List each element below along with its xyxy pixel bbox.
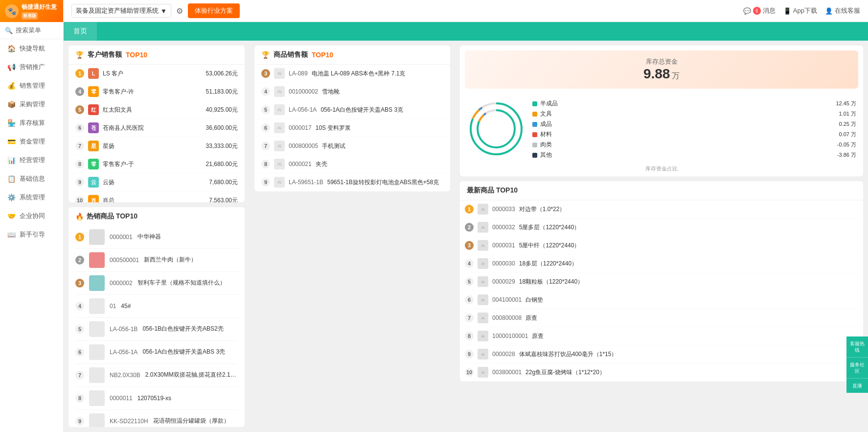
product-name: 雪地靴 xyxy=(322,88,443,96)
new-product-row: 4 Ai 0000030 18多层（1220*2440） xyxy=(460,255,863,273)
product-code: 000800008 xyxy=(492,314,522,321)
customer-amount: 7,680.00元 xyxy=(209,178,238,187)
sidebar-item-kuaijie[interactable]: 🏠 快捷导航 xyxy=(0,39,63,58)
product-image: Ai xyxy=(274,68,285,79)
legend-name: 成品 xyxy=(540,120,836,128)
middle-column: 🏆 商品销售额 TOP10 3 Ai LA-089 电池盖 LA-089 ABS… xyxy=(250,41,455,432)
avatar: 云 xyxy=(88,177,99,188)
system-selector[interactable]: 装备及固定资产辅助管理系统 ▼ xyxy=(71,4,171,18)
hot-product-row: 8 0000011 12070519-xs xyxy=(75,387,238,410)
tab-home[interactable]: 首页 xyxy=(64,22,97,41)
rank-number: 8 xyxy=(261,160,270,168)
rank-number: 10 xyxy=(75,196,84,202)
online-service-item[interactable]: 👤 在线客服 xyxy=(825,6,860,15)
new-products-title: 最新商品 TOP10 xyxy=(467,186,518,195)
rank-number: 5 xyxy=(261,105,270,114)
avatar: 红 xyxy=(88,104,99,115)
nav-icon-base: 📋 xyxy=(7,175,16,183)
sidebar-item-jingying[interactable]: 📊 经营管理 xyxy=(0,151,63,169)
product-rank-row: 3 Ai LA-089 电池盖 LA-089 ABS本色+黑种 7.1克 xyxy=(254,65,450,83)
float-btn-live[interactable]: 直播 xyxy=(846,379,868,393)
main-area: 装备及固定资产辅助管理系统 ▼ ⚙ 体验行业方案 💬 6 消息 📱 App下载 … xyxy=(64,0,868,432)
nav-tabs: 首页 xyxy=(64,22,868,41)
product-code: 0000002 xyxy=(110,280,133,287)
nav-icon-guide: 📖 xyxy=(7,231,16,239)
mobile-icon: 📱 xyxy=(783,7,791,15)
rank-number: 5 xyxy=(75,325,84,334)
hot-product-row: 1 0000001 中华神器 xyxy=(75,226,238,249)
new-product-row: 10 Ai 003800001 22g鱼豆腐-烧烤味（1*12*20） xyxy=(460,363,863,382)
inventory-chart-label: 库存资金占比 xyxy=(460,165,863,176)
hot-product-row: 6 LA-056-1A 056-1A白色按键开关盖ABS 3壳 xyxy=(75,341,238,364)
nav-icon-inventory: 🏪 xyxy=(7,119,16,127)
hot-products-section: 🔥 热销商品 TOP10 1 0000001 中华神器 2 000500001 … xyxy=(69,207,245,427)
rank-number: 6 xyxy=(75,123,84,132)
product-rank-row: 6 Ai 0000017 10S 变料罗浆 xyxy=(254,119,450,137)
sidebar-item-label: 快捷导航 xyxy=(20,44,45,53)
sidebar-item-qiye[interactable]: 🤝 企业协同 xyxy=(0,207,63,225)
sidebar-item-yingxiao[interactable]: 📢 营销推广 xyxy=(0,58,63,76)
avatar: 星 xyxy=(88,141,99,151)
product-code: 001000002 xyxy=(289,88,318,95)
float-btn-service[interactable]: 客服热线 xyxy=(846,336,868,358)
customer-name: 零售客户-许 xyxy=(103,88,202,96)
notification-item[interactable]: 💬 6 消息 xyxy=(743,6,776,15)
legend-value: -3.86 万 xyxy=(837,151,856,159)
inventory-label: 库存总资金 xyxy=(646,58,678,65)
customer-amount: 51,183.00元 xyxy=(206,88,238,96)
customer-amount: 33,333.00元 xyxy=(206,142,238,150)
product-name: 电池盖 LA-089 ABS本色+黑种 7.1克 xyxy=(312,70,443,78)
settings-icon[interactable]: ⚙ xyxy=(176,6,183,16)
rank-number: 5 xyxy=(465,277,474,286)
new-product-row: 1 Ai 0000033 对边带（1.0*22） xyxy=(460,200,863,218)
nav-icon-finance: 💳 xyxy=(7,138,16,145)
legend-name: 文具 xyxy=(540,110,836,118)
product-image: Ai xyxy=(478,331,488,341)
product-name: 056-1B白色按键开关壳ABS2壳 xyxy=(142,325,238,333)
sidebar-item-kucun[interactable]: 🏪 库存核算 xyxy=(0,114,63,132)
logo-icon: 🐾 xyxy=(5,4,19,18)
sidebar-item-label: 库存核算 xyxy=(20,119,45,127)
new-product-row: 6 Ai 004100001 白钢垫 xyxy=(460,291,863,309)
sidebar-item-xitong[interactable]: ⚙️ 系统管理 xyxy=(0,188,63,207)
product-name: 中华神器 xyxy=(137,233,238,241)
float-btn-community[interactable]: 服务社区 xyxy=(846,358,868,379)
product-image xyxy=(89,390,105,406)
product-name: 体斌嘉枝味苏打饮品400毫升（1*15） xyxy=(519,350,858,359)
customer-name: 云扬 xyxy=(103,178,205,187)
customer-name: LS 客户 xyxy=(103,70,202,78)
sidebar-item-jichuxinxi[interactable]: 📋 基础信息 xyxy=(0,169,63,188)
app-download-item[interactable]: 📱 App下载 xyxy=(783,6,817,15)
legend-dot xyxy=(532,112,537,117)
rank-number: 7 xyxy=(465,313,474,322)
app-download-label: App下载 xyxy=(793,6,817,15)
product-image: Ai xyxy=(478,276,488,287)
sidebar-item-label: 系统管理 xyxy=(20,193,45,202)
sidebar-item-xiaoshou[interactable]: 💰 销售管理 xyxy=(0,76,63,95)
avatar: L xyxy=(88,68,99,79)
product-code: 0000028 xyxy=(492,351,515,358)
product-rank-title: 商品销售额 xyxy=(274,50,308,59)
customer-rank-header: 🏆 客户销售额 TOP10 xyxy=(69,46,245,65)
legend-name: 其他 xyxy=(540,151,834,159)
new-product-row: 2 Ai 0000032 5厘多层（1220*2440） xyxy=(460,218,863,237)
legend-dot xyxy=(532,143,537,147)
product-name: 手机测试 xyxy=(322,142,443,150)
rank-number: 9 xyxy=(75,417,84,426)
trial-button[interactable]: 体验行业方案 xyxy=(188,3,240,18)
sidebar-item-xinshou[interactable]: 📖 新手引导 xyxy=(0,225,63,244)
sidebar-item-caigou[interactable]: 📦 采购管理 xyxy=(0,95,63,114)
sidebar-item-label: 经营管理 xyxy=(20,156,45,165)
new-products-card: 最新商品 TOP10 1 Ai 0000033 对边带（1.0*22） 2 Ai… xyxy=(460,181,863,382)
hot-product-row: 2 000500001 新西兰牛肉（新牛） xyxy=(75,249,238,272)
new-product-row: 8 Ai 10000100001 原查 xyxy=(460,327,863,345)
sidebar: 🐾 畅捷通好生意 标准版 🔍 搜索菜单 🏠 快捷导航 📢 营销推广 💰 销售管理… xyxy=(0,0,64,432)
search-menu[interactable]: 🔍 搜索菜单 xyxy=(0,22,63,39)
product-image: Ai xyxy=(274,159,285,169)
nav-icon-marketing: 📢 xyxy=(7,63,16,71)
hot-products-card: 🔥 热销商品 TOP10 1 0000001 中华神器 2 000500001 … xyxy=(69,207,245,427)
sidebar-item-zijin[interactable]: 💳 资金管理 xyxy=(0,132,63,151)
rank-number: 7 xyxy=(75,142,84,150)
product-name: 45# xyxy=(121,303,238,310)
customer-amount: 40,925.00元 xyxy=(206,106,238,114)
